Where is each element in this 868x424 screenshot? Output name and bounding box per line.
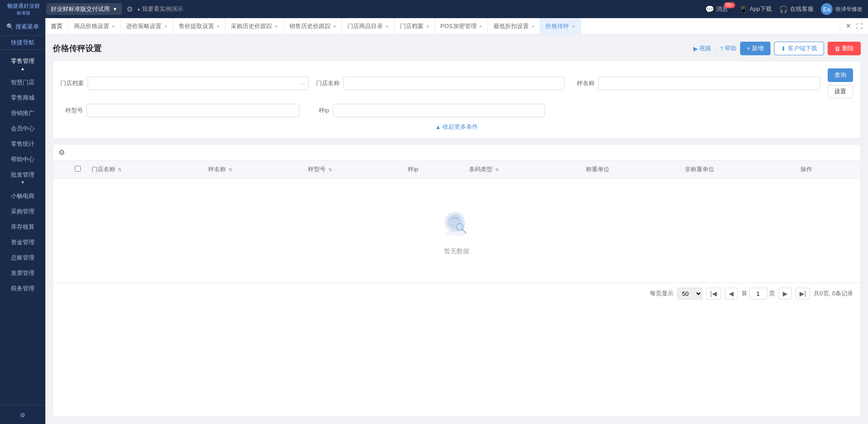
- close-icon[interactable]: ×: [333, 24, 336, 29]
- sidebar-item-invoice[interactable]: 发票管理: [0, 265, 45, 281]
- tab-purchase-strategy[interactable]: 进价策略设置 ×: [121, 18, 173, 34]
- scale-name-label: 秤名称: [572, 79, 595, 87]
- close-icon[interactable]: ×: [275, 24, 278, 29]
- sort-icon[interactable]: ⇅: [118, 167, 122, 172]
- user-profile[interactable]: Ea 徐泽华修改: [821, 3, 863, 15]
- logo-sub: 标准版: [17, 10, 30, 16]
- scale-ip-group: 秤ip: [307, 104, 546, 117]
- data-table: 门店名称 ⇅ 秤名称 ⇅ 秤型号 ⇅: [53, 161, 860, 178]
- phone-icon: 📱: [739, 5, 748, 14]
- sidebar-item-retail-management[interactable]: 零售管理 ▲: [0, 53, 45, 75]
- sidebar-item-wholesale[interactable]: 批发管理 ▼: [0, 167, 45, 188]
- close-icon[interactable]: ×: [217, 24, 219, 29]
- video-link[interactable]: ▶ 视频: [693, 44, 711, 53]
- empty-icon: [439, 206, 475, 242]
- close-icon[interactable]: ×: [112, 24, 115, 29]
- store-archive-input-wrapper: ···: [88, 77, 309, 90]
- tab-home[interactable]: 首页: [45, 18, 68, 34]
- query-button[interactable]: 查询: [828, 68, 853, 82]
- tab-sales-history[interactable]: 销售历史价跟踪 ×: [284, 18, 342, 34]
- store-archive-input[interactable]: [88, 77, 309, 90]
- setting-button[interactable]: 设置: [828, 85, 853, 98]
- sort-icon[interactable]: ⇅: [328, 167, 332, 172]
- sidebar-item-retail-mall[interactable]: 零售商城: [0, 90, 45, 106]
- sidebar-settings-icon[interactable]: ⚙: [0, 405, 45, 424]
- page-input[interactable]: [749, 288, 767, 299]
- per-page-select[interactable]: 50 10 20 100: [677, 288, 702, 299]
- last-page-button[interactable]: ▶|: [795, 288, 810, 299]
- version-selector[interactable]: 好业财标准版交付试用 ▼: [46, 3, 122, 15]
- scale-model-group: 秤型号: [60, 104, 299, 117]
- sidebar-item-label: 帮助中心: [11, 155, 34, 164]
- messages-button[interactable]: 💬 99+ 消息: [702, 5, 731, 14]
- page-unit: 页: [769, 289, 775, 298]
- add-button[interactable]: + 新增: [740, 42, 770, 55]
- close-icon[interactable]: ×: [479, 24, 482, 29]
- tab-price-scale[interactable]: 价格传秤 ×: [540, 18, 580, 34]
- sidebar-item-smart-store[interactable]: 智慧门店: [0, 75, 45, 90]
- delete-button[interactable]: 🗑 删除: [828, 42, 861, 55]
- scale-name-group: 秤名称: [572, 77, 820, 90]
- sort-icon[interactable]: ⇅: [229, 167, 232, 172]
- search-form: 门店档案 ··· 门店名称 秤名称: [53, 61, 861, 139]
- settings-icon: ⚙: [20, 412, 25, 419]
- sidebar-item-label: 零售商城: [11, 94, 34, 102]
- play-icon: ▶: [693, 45, 698, 52]
- download-button[interactable]: ⬇ 客户端下载: [774, 42, 824, 55]
- next-page-button[interactable]: ▶: [779, 288, 792, 299]
- sidebar-search[interactable]: 🔍 搜索菜单: [0, 18, 45, 36]
- tab-product-price[interactable]: 商品价格设置 ×: [68, 18, 121, 34]
- close-icon[interactable]: ×: [572, 24, 575, 29]
- scale-name-input[interactable]: [598, 77, 820, 90]
- chevron-up-icon: ▲: [20, 66, 25, 71]
- scale-ip-input[interactable]: [333, 104, 546, 117]
- top-bar-right: 💬 99+ 消息 📱 App下载 🎧 在线客服 Ea 徐泽华修改: [702, 3, 863, 15]
- tab-bar-actions: × ⛶: [840, 21, 868, 31]
- first-page-button[interactable]: |◀: [706, 288, 721, 299]
- app-download-button[interactable]: 📱 App下载: [739, 5, 772, 14]
- gear-icon[interactable]: ⚙: [127, 5, 133, 14]
- sidebar-item-tax[interactable]: 税务管理: [0, 281, 45, 296]
- sort-icon[interactable]: ⇅: [495, 167, 499, 172]
- close-icon[interactable]: ×: [164, 24, 167, 29]
- ellipsis-icon[interactable]: ···: [300, 80, 305, 87]
- sidebar-nav[interactable]: 快捷导航: [0, 36, 45, 50]
- sidebar-item-inventory[interactable]: 库存核算: [0, 219, 45, 235]
- close-icon[interactable]: ×: [385, 24, 388, 29]
- sidebar-item-purchase[interactable]: 采购管理: [0, 204, 45, 219]
- online-service-label: 在线客服: [790, 5, 814, 13]
- tab-purchase-history[interactable]: 采购历史价跟踪 ×: [225, 18, 283, 34]
- tab-store-catalog[interactable]: 门店商品目录 ×: [342, 18, 394, 34]
- sidebar-item-help[interactable]: 帮助中心: [0, 152, 45, 167]
- tab-label: 销售历史价跟踪: [289, 22, 331, 30]
- tab-min-discount[interactable]: 最低折扣设置 ×: [488, 18, 540, 34]
- delete-icon: 🗑: [834, 45, 840, 52]
- demo-link[interactable]: 我要看实例演示: [137, 5, 183, 13]
- store-name-input[interactable]: [343, 77, 565, 90]
- sidebar-item-marketing[interactable]: 营销推广: [0, 106, 45, 121]
- sidebar-item-ledger[interactable]: 总账管理: [0, 250, 45, 265]
- logo-text: 畅捷通好业财: [7, 2, 40, 10]
- headset-icon: 🎧: [779, 5, 788, 14]
- sidebar-item-label: 营销推广: [11, 109, 34, 117]
- online-service-button[interactable]: 🎧 在线客服: [779, 5, 814, 14]
- main-layout: 🔍 搜索菜单 快捷导航 零售管理 ▲ 智慧门店 零售商城 营销推广 会员中心: [0, 18, 868, 424]
- sidebar-item-finance[interactable]: 资金管理: [0, 235, 45, 250]
- table-toolbar: ⚙: [53, 145, 860, 161]
- sidebar-item-retail-stats[interactable]: 零售统计: [0, 136, 45, 152]
- help-link[interactable]: ? 帮助: [720, 44, 736, 53]
- tab-pos-management[interactable]: POS加密管理 ×: [435, 18, 488, 34]
- tab-store-archive[interactable]: 门店档案 ×: [395, 18, 435, 34]
- sidebar-item-membership[interactable]: 会员中心: [0, 121, 45, 136]
- scale-model-input[interactable]: [87, 104, 299, 117]
- sidebar-item-ecommerce[interactable]: 小畅电商: [0, 188, 45, 204]
- collapse-button[interactable]: ▲ 收起更多条件: [435, 123, 478, 131]
- tab-sale-extract[interactable]: 售价提取设置 ×: [173, 18, 225, 34]
- prev-page-button[interactable]: ◀: [725, 288, 738, 299]
- maximize-icon[interactable]: ⛶: [854, 23, 864, 30]
- table-gear-icon[interactable]: ⚙: [59, 148, 65, 157]
- close-icon[interactable]: ×: [426, 24, 429, 29]
- select-all-checkbox[interactable]: [75, 166, 81, 172]
- close-icon[interactable]: ×: [532, 24, 534, 29]
- close-tab-icon[interactable]: ×: [844, 21, 853, 31]
